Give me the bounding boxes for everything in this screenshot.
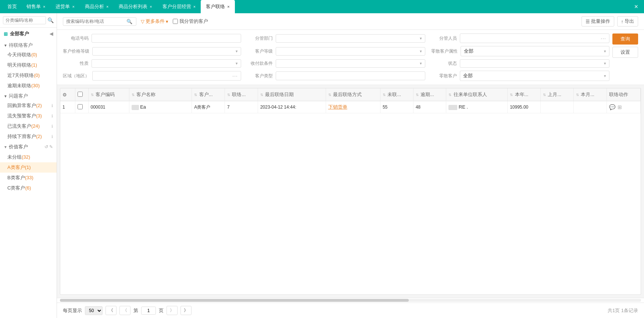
- settings-icon[interactable]: ⚙: [62, 92, 67, 98]
- page-unit: 页: [159, 307, 164, 314]
- scrollbar-thumb[interactable]: [60, 299, 409, 302]
- sort-method-icon: ⇅: [328, 93, 331, 97]
- retail-attr-select[interactable]: 全部 ▾: [461, 46, 609, 56]
- collapse-icon: ◀: [50, 31, 53, 36]
- status-label: 状态: [431, 60, 457, 67]
- sidebar-item-c-class[interactable]: C类客户(6): [0, 183, 57, 193]
- export-button[interactable]: ↑ 导出: [617, 16, 638, 26]
- sidebar-item-churned[interactable]: 已流失客户(24) ℹ: [0, 121, 57, 131]
- filter-search-icon[interactable]: 🔍: [126, 19, 132, 24]
- sidebar-search-icon[interactable]: 🔍: [47, 17, 54, 23]
- td-contact-count: 7: [225, 101, 258, 113]
- filter-more-conditions[interactable]: ▽ 更多条件 ▾: [141, 18, 168, 25]
- filter-row-4: 区域（地区） ··· 客户类型 零散客户: [63, 71, 609, 81]
- nav-customer-segment[interactable]: 客户分层经营 ×: [157, 0, 201, 13]
- scrollbar-track[interactable]: [60, 299, 641, 302]
- sidebar-item-churn-warning[interactable]: 流失预警客户(3) ℹ: [0, 111, 57, 121]
- sidebar-item-unclassified[interactable]: 未分组(32): [0, 152, 57, 162]
- nature-label: 性质: [63, 60, 89, 67]
- sidebar-item-a-class[interactable]: A类客户(1): [0, 162, 57, 173]
- retail-attr-label: 零散客户属性: [431, 48, 458, 54]
- edit-icon[interactable]: ✎: [49, 144, 53, 149]
- filter-actions: ☰ 批量操作 ↑ 导出: [582, 16, 638, 26]
- nav-home[interactable]: 首页: [3, 3, 21, 10]
- refresh-icon[interactable]: ↺: [44, 144, 48, 149]
- region-select[interactable]: ···: [92, 71, 241, 81]
- td-overdue: 48: [413, 101, 446, 113]
- th-actions: 联络动作: [607, 88, 640, 101]
- filter-search-input[interactable]: [66, 19, 125, 24]
- chat-action-icon[interactable]: 💬: [609, 104, 615, 110]
- my-customers-checkbox-input[interactable]: [173, 19, 178, 24]
- row-checkbox[interactable]: [78, 104, 83, 109]
- person-select[interactable]: ···: [460, 33, 609, 43]
- close-customer-contact-icon[interactable]: ×: [227, 4, 229, 9]
- grid-action-icon[interactable]: ⊞: [618, 104, 622, 110]
- last-page-button[interactable]: 》: [180, 306, 192, 315]
- my-customers-checkbox[interactable]: 我分管的客户: [173, 18, 208, 25]
- sidebar-pending-contact-header[interactable]: ▼ 待联络客户: [0, 40, 57, 50]
- close-purchase-order-icon[interactable]: ×: [72, 4, 74, 9]
- department-select[interactable]: ▾: [276, 34, 425, 43]
- sidebar-item-today-contact[interactable]: 今天待联络(0): [0, 50, 57, 60]
- sidebar-search-container: 🔍: [0, 13, 57, 28]
- horizontal-scrollbar[interactable]: [57, 298, 644, 303]
- customer-type-input[interactable]: [276, 71, 425, 80]
- person-dots-icon: ···: [601, 35, 606, 41]
- retail-customer-label: 零散客户: [431, 73, 457, 79]
- sort-contact-count-icon: ⇅: [227, 93, 230, 97]
- sort-no-contact-icon: ⇅: [383, 93, 386, 97]
- price-level-select[interactable]: ▾: [92, 47, 241, 56]
- nav-customer-contact[interactable]: 客户联络 ×: [201, 0, 235, 13]
- batch-icon: ☰: [586, 19, 590, 24]
- next-page-button[interactable]: 〉: [167, 306, 178, 315]
- sidebar-search-input[interactable]: [3, 16, 46, 24]
- td-this-year: 10995.00: [508, 101, 541, 113]
- sidebar-value-customers-header[interactable]: ▼ 价值客户 ↺ ✎: [0, 142, 57, 152]
- sidebar-item-repurchase-anomaly[interactable]: 回购异常客户(2) ℹ: [0, 100, 57, 111]
- nav-sales-order[interactable]: 销售单 ×: [21, 0, 50, 13]
- sidebar-problem-customers-header[interactable]: ▼ 问题客户: [0, 91, 57, 100]
- per-page-select[interactable]: 50: [85, 306, 103, 315]
- select-all-checkbox[interactable]: [78, 92, 83, 97]
- customer-table: ⚙ ⇅ 客户编码 ⇅ 客户名称: [60, 88, 641, 113]
- status-select[interactable]: ▾: [460, 59, 609, 68]
- customer-level-select[interactable]: ▾: [276, 47, 425, 56]
- sort-overdue-icon: ⇅: [416, 93, 419, 97]
- close-product-analysis-icon[interactable]: ×: [106, 4, 108, 9]
- prev-page-button[interactable]: 〈: [119, 306, 130, 315]
- phone-input[interactable]: [92, 34, 241, 43]
- nature-chevron-icon: ▾: [236, 61, 238, 66]
- setting-button[interactable]: 设置: [612, 47, 638, 58]
- nav-product-analysis[interactable]: 商品分析 ×: [80, 0, 114, 13]
- nav-product-analysis-list[interactable]: 商品分析列表 ×: [114, 0, 157, 13]
- phone-label: 电话号码: [63, 35, 89, 42]
- batch-operation-button[interactable]: ☰ 批量操作: [582, 16, 614, 26]
- sort-person-icon: ⇅: [448, 93, 451, 97]
- th-name: ⇅ 客户名称: [129, 88, 192, 101]
- close-sales-order-icon[interactable]: ×: [43, 4, 45, 9]
- sidebar-all-customers[interactable]: ⊞ 全部客户 ◀: [0, 28, 57, 40]
- sidebar-item-7day-contact[interactable]: 近7天待联络(0): [0, 70, 57, 81]
- last-contact-method-link[interactable]: 下销货单: [328, 104, 347, 110]
- advanced-filter: 电话号码 分管部门 ▾ 分管人员: [57, 30, 644, 85]
- td-checkbox: [75, 101, 88, 113]
- price-level-label: 客户价格等级: [63, 48, 89, 54]
- close-all-tabs-button[interactable]: ×: [631, 3, 641, 11]
- sidebar-item-b-class[interactable]: B类客户(33): [0, 173, 57, 183]
- nature-select[interactable]: ▾: [92, 59, 241, 68]
- sidebar-item-declining[interactable]: 持续下滑客户(2) ℹ: [0, 131, 57, 142]
- first-page-button[interactable]: 《: [105, 306, 117, 315]
- filter-field-price-level: 客户价格等级 ▾: [63, 47, 241, 56]
- sidebar-item-tomorrow-contact[interactable]: 明天待联络(1): [0, 60, 57, 70]
- close-product-analysis-list-icon[interactable]: ×: [150, 4, 152, 9]
- nav-purchase-order[interactable]: 进货单 ×: [50, 0, 79, 13]
- payment-select[interactable]: ▾: [276, 59, 425, 68]
- filter-row-1: 电话号码 分管部门 ▾ 分管人员: [63, 33, 609, 43]
- retail-customer-select[interactable]: 全部 ▾: [460, 71, 609, 81]
- sidebar-item-overdue-contact[interactable]: 逾期未联络(30): [0, 81, 57, 91]
- pagination: 每页显示 50 《 〈 第 页 〉 》 共1页 1条记录: [57, 303, 644, 318]
- page-number-input[interactable]: [141, 307, 156, 315]
- close-customer-segment-icon[interactable]: ×: [193, 4, 196, 9]
- query-button[interactable]: 查询: [612, 33, 638, 45]
